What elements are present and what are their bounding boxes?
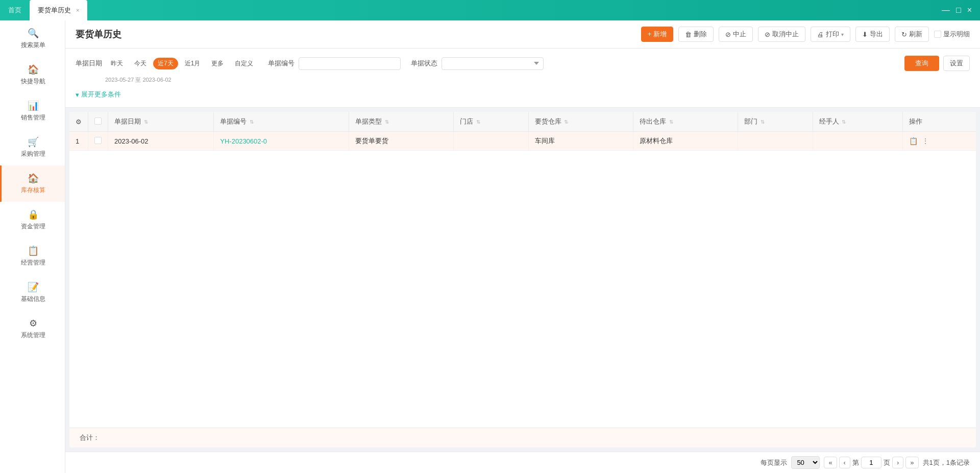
cell-5 <box>454 132 528 151</box>
docnumber-label: 单据编号 <box>268 59 295 68</box>
delete-button[interactable]: 🗑 删除 <box>678 27 714 42</box>
date-btn-自定义[interactable]: 自定义 <box>230 58 258 69</box>
inventory-icon: 🏠 <box>28 173 39 184</box>
sidebar-item-sales[interactable]: 📊销售管理 <box>0 93 65 129</box>
page-nav: « ‹ 第 页 › » <box>824 457 918 468</box>
status-select[interactable] <box>442 57 544 70</box>
status-filter-group: 单据状态 <box>411 57 544 70</box>
sidebar-item-label: 经营管理 <box>21 258 45 267</box>
date-btn-今天[interactable]: 今天 <box>130 58 151 69</box>
cell-2: 2023-06-02 <box>108 132 214 151</box>
filter-row-date-range: 2023-05-27 至 2023-06-02 <box>76 75 970 84</box>
page-title: 要货单历史 <box>76 28 121 40</box>
sort-store-icon[interactable]: ⇅ <box>476 119 480 125</box>
print-dropdown-icon: ▾ <box>841 32 844 37</box>
new-button[interactable]: + 新增 <box>641 27 673 42</box>
toolbar: + 新增 🗑 删除 ⊘ 中止 ⊘ 取消中止 🖨 打印 ▾ <box>641 27 970 42</box>
sidebar-item-purchase[interactable]: 🛒采购管理 <box>0 129 65 165</box>
more-action-icon[interactable]: ⋮ <box>922 137 929 145</box>
sidebar-item-basic[interactable]: 📝基础信息 <box>0 274 65 311</box>
cell-4: 要货单要货 <box>349 132 453 151</box>
query-button[interactable]: 查询 <box>904 56 939 71</box>
sidebar-item-quicknav[interactable]: 🏠快捷导航 <box>0 57 65 93</box>
sidebar-item-operations[interactable]: 📋经营管理 <box>0 238 65 274</box>
sidebar-item-label: 资金管理 <box>21 222 45 231</box>
sort-docdate-icon[interactable]: ⇅ <box>144 119 148 125</box>
settings-icon[interactable]: ⚙ <box>76 118 82 126</box>
tab-close-btn[interactable]: × <box>76 7 79 13</box>
settings-button[interactable]: 设置 <box>943 56 970 71</box>
date-btn-更多[interactable]: 更多 <box>207 58 228 69</box>
col-store: 门店 ⇅ <box>454 112 528 132</box>
chevron-down-icon: ▾ <box>76 91 79 99</box>
status-label: 单据状态 <box>411 59 437 68</box>
print-button[interactable]: 🖨 打印 ▾ <box>811 27 850 42</box>
docnumber-link[interactable]: YH-20230602-0 <box>220 137 267 145</box>
close-btn[interactable]: × <box>967 6 972 15</box>
first-page-btn[interactable]: « <box>824 457 837 468</box>
table-container: ⚙ 单据日期 ⇅ 单据编号 ⇅ <box>69 112 976 447</box>
date-btn-近7天[interactable]: 近7天 <box>153 58 178 69</box>
filter-row-1: 单据日期 昨天今天近7天近1月更多自定义 单据编号 单据状态 查询 设置 <box>76 56 970 71</box>
table-row: 12023-06-02YH-20230602-0要货单要货车间库原材料仓库📋⋮ <box>69 132 976 151</box>
last-page-btn[interactable]: » <box>905 457 918 468</box>
top-bar: 首页要货单历史× — □ × <box>0 0 980 20</box>
finance-icon: 🔒 <box>28 209 39 220</box>
top-tab-history[interactable]: 要货单历史× <box>30 0 87 20</box>
next-page-btn[interactable]: › <box>892 457 903 468</box>
row-checkbox[interactable] <box>94 137 102 144</box>
stop-button[interactable]: ⊘ 中止 <box>719 27 753 42</box>
copy-action-icon[interactable]: 📋 <box>909 137 918 145</box>
minimize-btn[interactable]: — <box>942 6 950 15</box>
main-layout: 🔍搜索菜单🏠快捷导航📊销售管理🛒采购管理🏠库存核算🔒资金管理📋经营管理📝基础信息… <box>0 20 980 473</box>
sort-pendingwarehouse-icon[interactable]: ⇅ <box>669 119 673 125</box>
refresh-icon: ↻ <box>901 31 907 38</box>
sort-doctype-icon[interactable]: ⇅ <box>385 119 389 125</box>
sidebar-item-system[interactable]: ⚙系统管理 <box>0 311 65 347</box>
sort-docnumber-icon[interactable]: ⇅ <box>250 119 254 125</box>
total-info: 共1页，1条记录 <box>923 458 970 467</box>
select-all-checkbox[interactable] <box>94 117 102 125</box>
col-docnumber: 单据编号 ⇅ <box>214 112 349 132</box>
table-footer: 合计： <box>69 428 976 447</box>
data-table: ⚙ 单据日期 ⇅ 单据编号 ⇅ <box>69 112 976 151</box>
top-tab-home[interactable]: 首页 <box>0 0 30 20</box>
table-header: ⚙ 单据日期 ⇅ 单据编号 ⇅ <box>69 112 976 132</box>
cancel-stop-icon: ⊘ <box>765 31 770 38</box>
page-input[interactable] <box>861 457 881 468</box>
expand-more-btn[interactable]: ▾ 展开更多条件 <box>76 88 970 103</box>
sort-reqwarehouse-icon[interactable]: ⇅ <box>564 119 568 125</box>
maximize-btn[interactable]: □ <box>956 6 961 15</box>
cancel-stop-button[interactable]: ⊘ 取消中止 <box>758 27 805 42</box>
sort-department-icon[interactable]: ⇅ <box>761 119 765 125</box>
sort-handler-icon[interactable]: ⇅ <box>842 119 846 125</box>
prev-page-btn[interactable]: ‹ <box>839 457 850 468</box>
header-row: ⚙ 单据日期 ⇅ 单据编号 ⇅ <box>69 112 976 132</box>
cell-9 <box>813 132 902 151</box>
per-page-select[interactable]: 2050100 <box>791 456 820 469</box>
display-detail-checkbox[interactable] <box>934 31 941 38</box>
sidebar-item-label: 采购管理 <box>21 150 45 158</box>
docnumber-input[interactable] <box>299 57 401 70</box>
refresh-button[interactable]: ↻ 刷新 <box>895 27 929 42</box>
cell-7: 原材料仓库 <box>633 132 738 151</box>
cell-0: 1 <box>69 132 88 151</box>
operations-icon: 📋 <box>28 245 39 256</box>
sidebar-item-finance[interactable]: 🔒资金管理 <box>0 202 65 238</box>
window-controls: — □ × <box>934 6 980 15</box>
sidebar-item-label: 系统管理 <box>21 331 45 340</box>
sidebar-item-inventory[interactable]: 🏠库存核算 <box>0 165 65 202</box>
stop-icon: ⊘ <box>725 31 731 38</box>
purchase-icon: 🛒 <box>28 136 39 148</box>
filter-area: 单据日期 昨天今天近7天近1月更多自定义 单据编号 单据状态 查询 设置 <box>65 49 980 108</box>
quicknav-icon: 🏠 <box>28 64 39 75</box>
sidebar-item-label: 基础信息 <box>21 295 45 303</box>
date-btn-昨天[interactable]: 昨天 <box>106 58 128 69</box>
sidebar-item-search[interactable]: 🔍搜索菜单 <box>0 20 65 57</box>
export-button[interactable]: ⬇ 导出 <box>855 27 890 42</box>
pagination-bar: 每页显示 2050100 « ‹ 第 页 › » 共1页，1条记录 <box>65 452 980 473</box>
date-btn-近1月[interactable]: 近1月 <box>180 58 205 69</box>
display-detail-toggle[interactable]: 显示明细 <box>934 30 970 39</box>
content-area: 要货单历史 + 新增 🗑 删除 ⊘ 中止 ⊘ 取消中止 🖨 打印 <box>65 20 980 473</box>
cell-8 <box>738 132 813 151</box>
